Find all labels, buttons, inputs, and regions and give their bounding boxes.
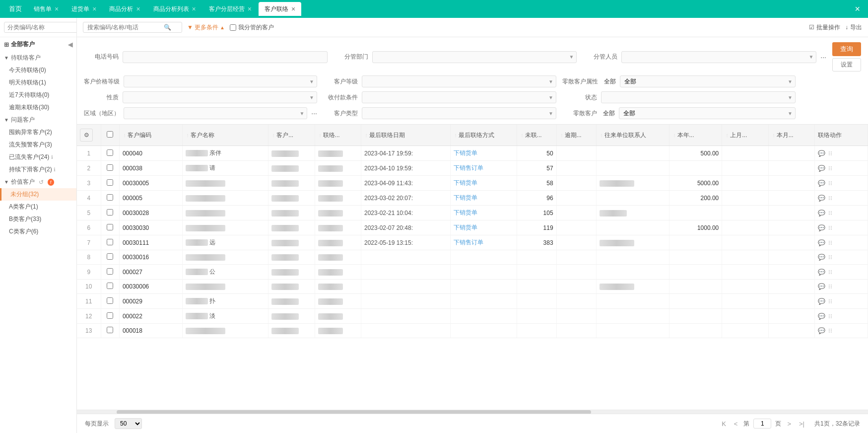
- chat-icon[interactable]: 💬: [818, 224, 825, 231]
- cell-lastway[interactable]: 下销售订单: [451, 161, 517, 176]
- chat-icon[interactable]: 💬: [818, 165, 825, 172]
- cell-check[interactable]: [101, 146, 119, 161]
- cell-lastway[interactable]: [451, 250, 517, 265]
- my-customers-checkbox[interactable]: [230, 24, 236, 31]
- tab-purchase[interactable]: 进货单 ×: [66, 2, 102, 16]
- apps-icon[interactable]: ⁝⁝: [828, 239, 832, 246]
- chat-icon[interactable]: 💬: [818, 150, 825, 157]
- cell-lastway[interactable]: 下销货单: [451, 220, 517, 235]
- page-number-input[interactable]: [753, 419, 771, 429]
- row-checkbox[interactable]: [107, 297, 113, 304]
- row-checkbox[interactable]: [107, 179, 113, 186]
- sidebar-item-hoard-abnormal[interactable]: 囤购异常客户(2): [0, 126, 76, 139]
- chat-icon[interactable]: 💬: [818, 283, 825, 290]
- apps-icon[interactable]: ⁝⁝: [828, 224, 832, 231]
- dept-select[interactable]: [372, 51, 577, 63]
- tab-customer-tier[interactable]: 客户分层经营 ×: [203, 2, 258, 16]
- select-all-checkbox[interactable]: [107, 131, 113, 138]
- sidebar-search-input[interactable]: [4, 22, 77, 33]
- lastway-link[interactable]: 下销售订单: [454, 239, 483, 246]
- filter-search-input[interactable]: [87, 24, 162, 31]
- cell-lastway[interactable]: 下销货单: [451, 191, 517, 206]
- lastway-link[interactable]: 下销货单: [454, 179, 477, 186]
- lastway-link[interactable]: 下销货单: [454, 194, 477, 201]
- status-select[interactable]: [601, 91, 796, 103]
- cell-lastway[interactable]: [451, 309, 517, 324]
- filter-search-icon[interactable]: 🔍: [164, 24, 171, 31]
- filter-more-conditions[interactable]: ▼ 更多条件 ▲: [187, 23, 225, 32]
- cell-lastway[interactable]: 下销货单: [451, 146, 517, 161]
- sidebar-item-tomorrow-contact[interactable]: 明天待联络(1): [0, 76, 76, 89]
- query-button[interactable]: 查询: [832, 42, 861, 56]
- apps-icon[interactable]: ⁝⁝: [828, 210, 832, 216]
- region-select[interactable]: [124, 107, 307, 119]
- tab-product-list-close[interactable]: ×: [192, 5, 196, 12]
- sidebar-item-today-contact[interactable]: 今天待联络(0): [0, 64, 76, 76]
- apps-icon[interactable]: ⁝⁝: [828, 269, 832, 276]
- tab-product-list[interactable]: 商品分析列表 ×: [147, 2, 202, 16]
- chat-icon[interactable]: 💬: [818, 298, 825, 305]
- group-value-refresh-icon[interactable]: ↺: [39, 179, 44, 186]
- prev-page-btn[interactable]: <: [732, 419, 740, 429]
- retail-cust-select[interactable]: 全部: [619, 107, 796, 119]
- row-checkbox[interactable]: [107, 268, 113, 275]
- reset-button[interactable]: 设置: [832, 58, 861, 72]
- chat-icon[interactable]: 💬: [818, 254, 825, 261]
- row-checkbox[interactable]: [107, 194, 113, 201]
- sidebar-item-a-customers[interactable]: A类客户(1): [0, 201, 76, 213]
- sidebar-item-overdue-contact[interactable]: 逾期未联络(30): [0, 101, 76, 114]
- cell-lastway[interactable]: [451, 265, 517, 280]
- row-checkbox[interactable]: [107, 253, 113, 260]
- chat-icon[interactable]: 💬: [818, 210, 825, 216]
- sidebar-item-c-customers[interactable]: C类客户(6): [0, 225, 76, 238]
- apps-icon[interactable]: ⁝⁝: [828, 254, 832, 261]
- row-checkbox[interactable]: [107, 312, 113, 319]
- cell-check[interactable]: [101, 309, 119, 324]
- retail-attr-select[interactable]: 全部: [620, 75, 796, 87]
- lastway-link[interactable]: 下销货单: [454, 224, 477, 231]
- cell-lastway[interactable]: 下销售订单: [451, 235, 517, 250]
- price-grade-select[interactable]: [124, 75, 317, 87]
- tab-sales[interactable]: 销售单 ×: [28, 2, 65, 16]
- group-value-customers[interactable]: ▼ 价值客户 ↺ r: [0, 176, 76, 188]
- group-pending-contact[interactable]: ▼ 待联络客户: [0, 52, 76, 64]
- next-page-btn[interactable]: >: [785, 419, 793, 429]
- lastway-link[interactable]: 下销货单: [454, 209, 477, 216]
- row-checkbox[interactable]: [107, 283, 113, 289]
- apps-icon[interactable]: ⁝⁝: [828, 180, 832, 187]
- tab-customer-tier-close[interactable]: ×: [248, 5, 252, 12]
- cell-check[interactable]: [101, 161, 119, 176]
- sidebar-collapse-btn[interactable]: ◀: [68, 41, 72, 48]
- chat-icon[interactable]: 💬: [818, 313, 825, 320]
- tab-purchase-close[interactable]: ×: [92, 5, 96, 12]
- tab-customer-contact-close[interactable]: ×: [291, 5, 295, 12]
- cust-type-select[interactable]: [362, 107, 556, 119]
- cell-check[interactable]: [101, 191, 119, 206]
- phone-input[interactable]: [123, 51, 328, 63]
- tab-customer-contact[interactable]: 客户联络 ×: [259, 2, 301, 16]
- last-page-btn[interactable]: >|: [797, 419, 806, 429]
- region-dots[interactable]: ···: [311, 109, 317, 117]
- manager-dots[interactable]: ···: [820, 53, 826, 61]
- group-problem-customers[interactable]: ▼ 问题客户: [0, 114, 76, 126]
- sidebar-item-churned[interactable]: 已流失客户(24) ℹ: [0, 151, 76, 163]
- cell-lastway[interactable]: [451, 324, 517, 338]
- cell-lastway[interactable]: 下销货单: [451, 206, 517, 220]
- all-customers-header[interactable]: ⊞ 全部客户 ◀: [0, 37, 76, 52]
- horizontal-scrollbar[interactable]: [77, 410, 868, 414]
- row-checkbox[interactable]: [107, 164, 113, 171]
- batch-operations-btn[interactable]: ☑ 批量操作: [809, 23, 840, 32]
- nav-home[interactable]: 首页: [4, 4, 27, 13]
- cell-check[interactable]: [101, 324, 119, 338]
- cust-grade-select[interactable]: [362, 75, 556, 87]
- row-checkbox[interactable]: [107, 209, 113, 216]
- manager-select[interactable]: [621, 51, 816, 63]
- tab-product-analysis[interactable]: 商品分析 ×: [103, 2, 146, 16]
- settings-icon[interactable]: ⚙: [80, 129, 93, 142]
- sidebar-item-ungrouped[interactable]: 未分组(32): [0, 188, 76, 201]
- row-checkbox[interactable]: [107, 239, 113, 245]
- chat-icon[interactable]: 💬: [818, 327, 825, 334]
- cell-check[interactable]: [101, 206, 119, 220]
- payment-select[interactable]: [362, 91, 556, 103]
- first-page-btn[interactable]: K: [720, 419, 728, 429]
